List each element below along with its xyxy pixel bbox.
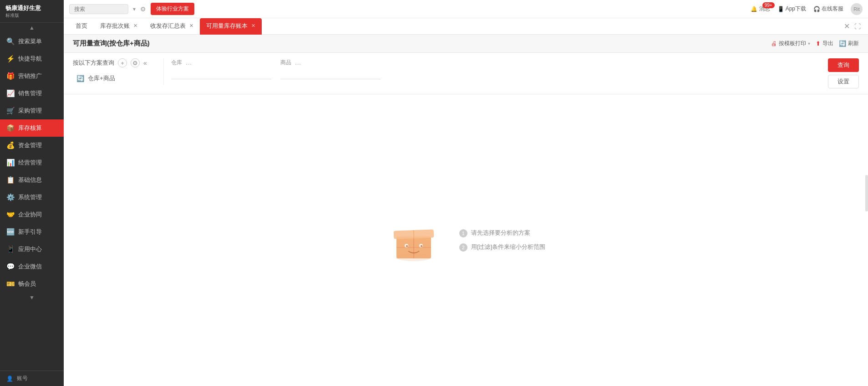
empty-illustration (386, 217, 441, 263)
sidebar-item-label: 资金管理 (18, 141, 42, 149)
scheme-warehouse-goods[interactable]: 🔄 仓库+商品 (73, 72, 156, 85)
sidebar-item-label: 采购管理 (18, 107, 42, 115)
print-button[interactable]: 🖨 按模板打印 ▾ (771, 40, 810, 47)
sidebar-item-label: 应用中心 (18, 245, 42, 253)
empty-state: 1 请先选择要分析的方案 2 用[过滤]条件来缩小分析范围 (64, 94, 868, 386)
goods-input[interactable] (280, 68, 381, 79)
sidebar-item-wechat[interactable]: 💬 企业微信 (0, 258, 64, 275)
system-icon: ⚙️ (6, 193, 15, 201)
close-all-tabs-button[interactable]: ✕ (841, 22, 853, 31)
sidebar-item-label: 库存核算 (18, 124, 42, 132)
sidebar-item-search[interactable]: 🔍 搜索菜单 (0, 33, 64, 50)
right-scrollbar[interactable] (865, 175, 868, 211)
sidebar-item-inventory[interactable]: 📦 库存核算 (0, 119, 64, 137)
scheme-warehouse-icon: 🔄 (76, 75, 84, 82)
sidebar-scroll-down[interactable]: ▼ (0, 293, 64, 303)
sidebar-item-basic-info[interactable]: 📋 基础信息 (0, 171, 64, 189)
tab-close-batch-account[interactable]: ✕ (133, 23, 137, 29)
gear-icon[interactable]: ⚙ (140, 5, 146, 13)
sidebar: 畅康通好生意 标准版 ▲ 🔍 搜索菜单 ⚡ 快捷导航 🎁 营销推广 📈 销售管理… (0, 0, 64, 386)
bottom-user-label: 账号 (17, 375, 28, 382)
inventory-icon: 📦 (6, 124, 15, 132)
sidebar-logo: 畅康通好生意 标准版 (0, 0, 64, 23)
tab-close-receipt-summary[interactable]: ✕ (189, 23, 193, 29)
filter-config-button[interactable]: ⚙ (131, 58, 140, 67)
empty-hint-2: 2 用[过滤]条件来缩小分析范围 (459, 243, 545, 252)
gift-icon: 🎁 (6, 72, 15, 80)
tab-available-stock[interactable]: 可用量库存账本 ✕ (200, 18, 262, 35)
sidebar-item-guide[interactable]: 🆕 新手引导 (0, 223, 64, 241)
refresh-button[interactable]: 🔄 刷新 (839, 40, 859, 47)
tab-available-stock-label: 可用量库存账本 (206, 22, 248, 30)
empty-hint-1: 1 请先选择要分析的方案 (459, 229, 545, 237)
page-title: 可用量查询(按仓库+商品) (73, 39, 150, 48)
svg-line-6 (414, 230, 414, 238)
topbar-right: 🔔 消息 99+ 📱 App下载 🎧 在线客服 Rit (751, 3, 863, 15)
bell-icon: 🔔 (751, 6, 757, 12)
tab-batch-account-label: 库存批次账 (100, 22, 130, 30)
warehouse-more-button[interactable]: ... (186, 58, 192, 67)
empty-box-svg (386, 217, 441, 263)
tab-batch-account[interactable]: 库存批次账 ✕ (94, 18, 144, 35)
online-service-link[interactable]: 🎧 在线客服 (813, 5, 843, 13)
app-download-link[interactable]: 📱 App下载 (777, 5, 806, 13)
topbar: ▾ ⚙ 体验行业方案 🔔 消息 99+ 📱 App下载 🎧 在线客服 Rit (64, 0, 868, 18)
tab-close-available-stock[interactable]: ✕ (251, 23, 255, 29)
guide-icon: 🆕 (6, 228, 15, 236)
settings-button[interactable]: 设置 (828, 75, 859, 88)
hint-number-1: 1 (459, 229, 467, 237)
app-center-icon: 📱 (6, 245, 15, 253)
user-avatar[interactable]: Rit (851, 3, 863, 15)
sidebar-item-label: 基础信息 (18, 176, 42, 184)
user-icon: 👤 (6, 376, 13, 382)
sidebar-item-app-center[interactable]: 📱 应用中心 (0, 241, 64, 258)
sidebar-item-label: 营销推广 (18, 72, 42, 80)
sidebar-item-enterprise[interactable]: 🤝 企业协同 (0, 206, 64, 223)
sidebar-item-label: 系统管理 (18, 193, 42, 201)
tab-receipt-summary[interactable]: 收发存汇总表 ✕ (144, 18, 200, 35)
filter-section-label: 按以下方案查询 (73, 59, 114, 67)
sidebar-item-operations[interactable]: 📊 经营管理 (0, 154, 64, 171)
filter-area: 按以下方案查询 + ⚙ « 🔄 仓库+商品 仓库 ... 商品 (64, 53, 868, 94)
warehouse-input[interactable] (171, 68, 271, 79)
operations-icon: 📊 (6, 159, 15, 167)
phone-icon: 📱 (777, 6, 784, 12)
filter-header: 按以下方案查询 + ⚙ « (73, 58, 156, 67)
sales-icon: 📈 (6, 89, 15, 98)
sidebar-item-members[interactable]: 🎫 畅会员 (0, 275, 64, 293)
sidebar-item-label: 企业协同 (18, 211, 42, 219)
svg-point-9 (406, 245, 408, 247)
app-name: 畅康通好生意 (5, 5, 58, 12)
sidebar-item-system[interactable]: ⚙️ 系统管理 (0, 189, 64, 206)
page-header: 可用量查询(按仓库+商品) 🖨 按模板打印 ▾ ⬆ 导出 🔄 刷新 (64, 35, 868, 53)
filter-add-button[interactable]: + (118, 58, 127, 67)
sidebar-item-label: 新手引导 (18, 228, 42, 236)
expand-tabs-button[interactable]: ⛶ (853, 23, 863, 30)
tab-bar: 首页 库存批次账 ✕ 收发存汇总表 ✕ 可用量库存账本 ✕ ✕ ⛶ (64, 18, 868, 35)
goods-more-button[interactable]: ... (295, 58, 301, 67)
sidebar-item-label: 快捷导航 (18, 55, 42, 63)
sidebar-item-shortcuts[interactable]: ⚡ 快捷导航 (0, 50, 64, 67)
chevron-down-icon[interactable]: ▾ (133, 6, 136, 12)
notification-button[interactable]: 🔔 消息 99+ (751, 5, 770, 13)
export-button[interactable]: ⬆ 导出 (816, 40, 833, 47)
filter-field-goods: 商品 ... (280, 58, 381, 79)
sidebar-item-finance[interactable]: 💰 资金管理 (0, 137, 64, 154)
sidebar-item-sales[interactable]: 📈 销售管理 (0, 85, 64, 102)
sidebar-item-label: 销售管理 (18, 89, 42, 98)
sidebar-item-marketing[interactable]: 🎁 营销推广 (0, 67, 64, 85)
sidebar-bottom-user[interactable]: 👤 账号 (0, 371, 64, 386)
hint-number-2: 2 (459, 243, 467, 252)
headset-icon: 🎧 (813, 6, 820, 12)
tab-home[interactable]: 首页 (69, 18, 94, 35)
filter-collapse-button[interactable]: « (143, 59, 147, 67)
wechat-icon: 💬 (6, 262, 15, 271)
sidebar-item-purchase[interactable]: 🛒 采购管理 (0, 102, 64, 119)
topbar-search-input[interactable] (69, 4, 128, 14)
sidebar-item-label: 经营管理 (18, 159, 42, 167)
industry-solution-button[interactable]: 体验行业方案 (151, 3, 194, 15)
query-button[interactable]: 查询 (828, 58, 859, 72)
hint-text-1: 请先选择要分析的方案 (471, 229, 530, 237)
empty-hints: 1 请先选择要分析的方案 2 用[过滤]条件来缩小分析范围 (459, 229, 545, 252)
sidebar-scroll-up[interactable]: ▲ (0, 23, 64, 33)
